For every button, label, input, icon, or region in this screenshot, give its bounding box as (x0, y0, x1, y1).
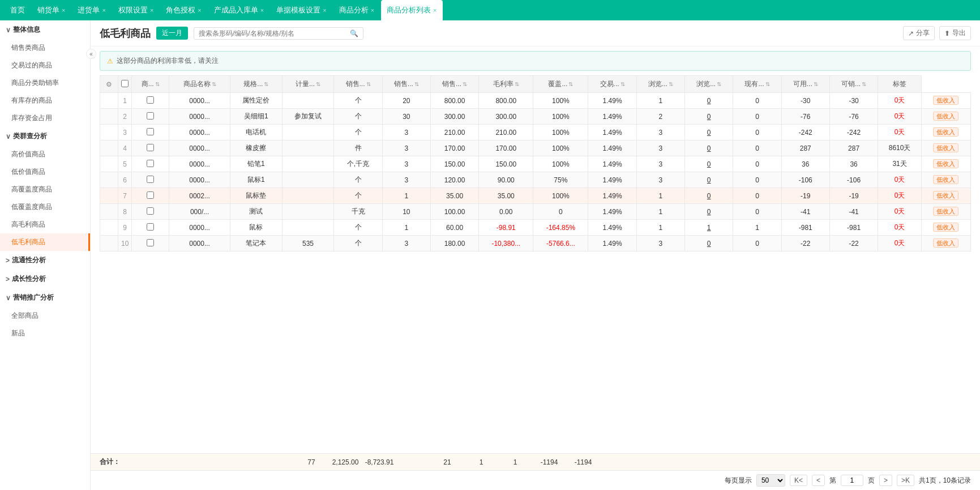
col-profit-rate[interactable]: 毛利率⇅ (479, 76, 533, 93)
col-stock[interactable]: 现有...⇅ (733, 76, 781, 93)
row-checkbox[interactable] (147, 112, 154, 120)
nav-item-单据模板设置[interactable]: 单据模板设置× (271, 0, 332, 20)
browse-link[interactable]: 0 (707, 176, 711, 184)
browse-link[interactable]: 0 (707, 208, 711, 216)
col-settings[interactable]: ⚙ (100, 76, 118, 93)
nav-close-icon[interactable]: × (62, 7, 65, 14)
col-available[interactable]: 可用...⇅ (781, 76, 829, 93)
nav-close-icon[interactable]: × (260, 7, 264, 14)
sales-qty-cell: 10 (382, 204, 430, 220)
row-number: 6 (118, 172, 132, 188)
export-button[interactable]: ⬆ 导出 (939, 26, 971, 40)
sidebar-item-交易过的商品[interactable]: 交易过的商品 (0, 57, 90, 74)
nav-item-权限设置[interactable]: 权限设置× (113, 0, 159, 20)
browse-link[interactable]: 0 (707, 240, 711, 248)
browse-link[interactable]: 0 (707, 144, 711, 152)
sidebar-item-全部商品[interactable]: 全部商品 (0, 307, 90, 325)
sidebar-item-高价值商品[interactable]: 高价值商品 (0, 146, 90, 163)
nav-item-角色授权[interactable]: 角色授权× (160, 0, 207, 20)
browse1-cell: 0 (685, 93, 733, 109)
per-page-select[interactable]: 50 100 200 (756, 474, 785, 487)
table-row: 20000...吴细细1参加复试个30300.00300.00100%1.49%… (100, 109, 971, 125)
row-checkbox[interactable] (147, 191, 154, 199)
page-title: 低毛利商品 (100, 27, 151, 40)
col-transactions[interactable]: 交易...⇅ (588, 76, 636, 93)
spec-cell (282, 93, 334, 109)
next-page-button[interactable]: > (879, 475, 892, 486)
nav-item-销货单[interactable]: 销货单× (32, 0, 71, 20)
nav-close-icon[interactable]: × (323, 7, 326, 14)
filter-button[interactable]: 近一月 (156, 27, 188, 40)
nav-item-产成品入库单[interactable]: 产成品入库单× (208, 0, 269, 20)
row-checkbox[interactable] (147, 239, 154, 246)
sidebar-section-营销推广分析[interactable]: ∨营销推广分析 (0, 288, 90, 307)
nav-close-icon[interactable]: × (150, 7, 153, 14)
row-checkbox[interactable] (147, 223, 154, 231)
col-spec[interactable]: 规格...⇅ (230, 76, 282, 93)
nav-item-商品分析[interactable]: 商品分析× (333, 0, 380, 20)
row-checkbox[interactable] (147, 176, 154, 183)
row-checkbox[interactable] (147, 160, 154, 167)
sidebar-item-销售类商品[interactable]: 销售类商品 (0, 39, 90, 57)
row-settings-cell (100, 188, 118, 204)
sidebar-item-新品[interactable]: 新品 (0, 325, 90, 342)
row-checkbox[interactable] (147, 128, 154, 135)
share-icon: ↗ (908, 29, 914, 37)
nav-item-商品分析列表[interactable]: 商品分析列表× (381, 0, 442, 20)
col-browse2[interactable]: 浏览...⇅ (685, 76, 733, 93)
sidebar-item-有库存的商品[interactable]: 有库存的商品 (0, 92, 90, 109)
sidebar-collapse-button[interactable]: « (86, 49, 96, 59)
code-cell: 0000... (169, 220, 230, 236)
col-coverage[interactable]: 覆盖...⇅ (533, 76, 588, 93)
tag-badge: 低收入 (933, 191, 958, 200)
sidebar-item-商品分类助销率[interactable]: 商品分类助销率 (0, 74, 90, 92)
col-sales-qty[interactable]: 销售...⇅ (334, 76, 382, 93)
browse-link[interactable]: 0 (707, 160, 711, 168)
coverage-cell: 1.49% (588, 172, 636, 188)
browse-link[interactable]: 0 (707, 129, 711, 137)
tag-badge: 低收入 (933, 159, 958, 168)
sidebar-item-低毛利商品[interactable]: 低毛利商品 (0, 233, 90, 251)
last-page-button[interactable]: >K (897, 475, 914, 486)
page-number-input[interactable] (841, 475, 863, 486)
col-browse1[interactable]: 浏览...⇅ (636, 76, 684, 93)
sidebar-item-库存资金占用[interactable]: 库存资金占用 (0, 109, 90, 127)
profit-rate-cell: 75% (533, 172, 588, 188)
search-input[interactable] (199, 29, 348, 37)
sidebar-item-高毛利商品[interactable]: 高毛利商品 (0, 216, 90, 233)
browse-link[interactable]: 1 (707, 224, 711, 232)
prev-page-button[interactable]: < (812, 475, 825, 486)
col-sellable[interactable]: 可销...⇅ (829, 76, 878, 93)
col-name[interactable]: 商品名称⇅ (169, 76, 230, 93)
nav-close-icon[interactable]: × (102, 7, 105, 14)
sidebar-item-低覆盖度商品[interactable]: 低覆盖度商品 (0, 198, 90, 216)
footer-sales-qty: 77 (294, 458, 328, 466)
sidebar-section-流通性分析[interactable]: >流通性分析 (0, 251, 90, 270)
nav-close-icon[interactable]: × (433, 7, 436, 14)
col-sales-profit[interactable]: 销售...⇅ (430, 76, 478, 93)
sidebar-section-类群查分析[interactable]: ∨类群查分析 (0, 127, 90, 146)
first-page-button[interactable]: K< (790, 475, 807, 486)
nav-item-进货单[interactable]: 进货单× (72, 0, 111, 20)
sidebar-section-成长性分析[interactable]: >成长性分析 (0, 270, 90, 288)
browse-link[interactable]: 0 (707, 97, 711, 105)
code-cell: 0002... (169, 188, 230, 204)
select-all-checkbox[interactable] (121, 80, 129, 87)
nav-close-icon[interactable]: × (198, 7, 201, 14)
nav-item-首页[interactable]: 首页 (5, 0, 31, 20)
sidebar-item-高覆盖度商品[interactable]: 高覆盖度商品 (0, 181, 90, 198)
row-checkbox[interactable] (147, 96, 154, 104)
row-settings-cell (100, 236, 118, 252)
sales-qty-cell: 1 (382, 220, 430, 236)
share-button[interactable]: ↗ 分享 (903, 26, 935, 40)
browse-link[interactable]: 0 (707, 113, 711, 121)
browse-link[interactable]: 0 (707, 192, 711, 200)
col-unit[interactable]: 计量...⇅ (282, 76, 334, 93)
col-sales-amt[interactable]: 销售...⇅ (382, 76, 430, 93)
sidebar-section-整体信息[interactable]: ∨整体信息 (0, 20, 90, 39)
col-code[interactable]: 商...⇅ (132, 76, 169, 93)
sidebar-item-低价值商品[interactable]: 低价值商品 (0, 163, 90, 181)
nav-close-icon[interactable]: × (371, 7, 374, 14)
row-checkbox[interactable] (147, 207, 154, 215)
row-checkbox[interactable] (147, 144, 154, 151)
